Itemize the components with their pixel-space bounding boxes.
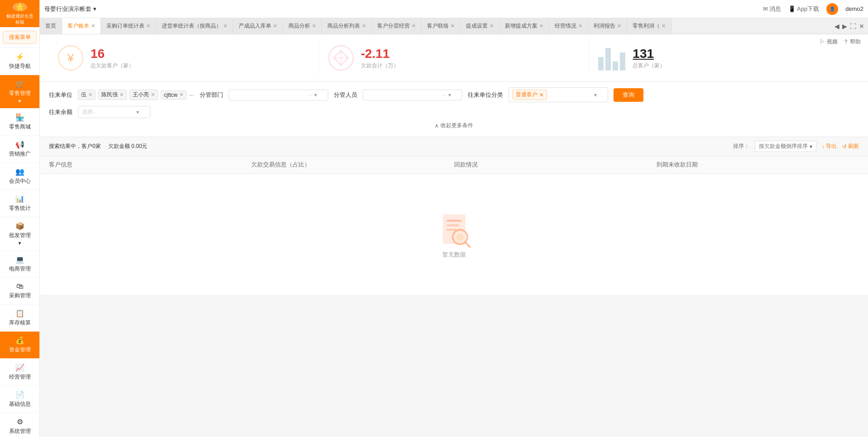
sidebar-item-operations[interactable]: 📈 经营管理: [0, 359, 39, 386]
total-card-data: 131 总客户（家）: [633, 47, 665, 70]
tabbar: 首页 客户账本 ✕ 采购订单统计表 ✕ 进货单统计表（按商品） ✕ 产成品入库单…: [40, 18, 868, 34]
tab-home[interactable]: 首页: [40, 18, 62, 34]
empty-illustration: [434, 210, 475, 251]
tab-customer-segment-close-icon[interactable]: ✕: [412, 23, 416, 29]
sidebar-item-retail-store[interactable]: 🏪 零售商城: [0, 109, 39, 136]
sidebar-item-inventory[interactable]: 📋 库存核算: [0, 304, 39, 332]
tab-product-inbound-label: 产成品入库单: [239, 22, 271, 30]
person-clear-icon[interactable]: ···: [442, 92, 446, 98]
tab-close-all-icon[interactable]: ✕: [859, 23, 864, 30]
refresh-button[interactable]: ↺ 刷新: [842, 142, 859, 150]
unit-tags-more[interactable]: ···: [189, 91, 194, 98]
tab-profit-report-label: 利润报告: [594, 22, 615, 30]
tab-retail-profit-close-icon[interactable]: ✕: [662, 23, 666, 29]
sidebar-item-system[interactable]: ⚙ 系统管理: [0, 413, 39, 437]
tab-scroll-left-icon[interactable]: ◀: [834, 23, 839, 30]
unit-tag-4[interactable]: cjttcw ✕: [161, 90, 187, 100]
account-name: 母婴行业演示帐套: [44, 5, 91, 13]
tab-goods-analysis-close-icon[interactable]: ✕: [312, 23, 316, 29]
tab-promotion-settings[interactable]: 提成设置 ✕: [460, 18, 499, 34]
tab-customer-segment[interactable]: 客户分层经营 ✕: [372, 18, 422, 34]
export-button[interactable]: ↓ 导出: [822, 142, 837, 150]
tab-new-promotion[interactable]: 新增提成方案 ✕: [499, 18, 549, 34]
logo-text: 畅捷通好生意 标版: [6, 13, 34, 25]
sidebar-item-marketing[interactable]: 📢 营销推广: [0, 136, 39, 163]
unit-tag-1-close-icon[interactable]: ✕: [88, 92, 92, 98]
customers-value: 16: [91, 47, 134, 61]
tab-customer-contact[interactable]: 客户联络 ✕: [422, 18, 460, 34]
tab-product-inbound[interactable]: 产成品入库单 ✕: [233, 18, 283, 34]
unit-type-tag-close-icon[interactable]: ✕: [539, 92, 544, 98]
tab-goods-analysis-list-close-icon[interactable]: ✕: [362, 23, 366, 29]
tab-maximize-icon[interactable]: ⛶: [850, 23, 856, 30]
dept-dropdown-icon[interactable]: ▾: [314, 92, 317, 98]
topbar: 母婴行业演示帐套 ▾ ✉ 消息 📱 App下载 👤 demo2: [40, 0, 868, 18]
sidebar-item-quick-nav[interactable]: ⚡ 快捷导航: [0, 48, 39, 75]
account-selector[interactable]: 母婴行业演示帐套 ▾: [44, 5, 96, 13]
tab-accounts[interactable]: 客户账本 ✕: [62, 18, 101, 34]
dept-filter-label: 分管部门: [200, 91, 223, 99]
tab-operations[interactable]: 经营情况 ✕: [549, 18, 588, 34]
unit-type-dropdown-icon[interactable]: ▾: [594, 92, 597, 98]
tab-product-inbound-close-icon[interactable]: ✕: [273, 23, 277, 29]
retail-stats-icon: 📊: [15, 195, 24, 203]
sidebar-item-basic-info[interactable]: 📄 基础信息: [0, 386, 39, 413]
collapse-button[interactable]: ∧ 收起更多条件: [49, 122, 859, 129]
sidebar-item-finance[interactable]: 💰 资金管理: [0, 332, 39, 359]
sidebar-item-retail-stats[interactable]: 📊 零售统计: [0, 190, 39, 217]
sidebar-item-ecommerce[interactable]: 💻 电商管理: [0, 251, 39, 278]
total-label: 总客户（家）: [633, 62, 665, 70]
amount-value: -2.11: [361, 47, 399, 61]
user-avatar[interactable]: 👤: [826, 3, 838, 15]
person-dropdown-icon[interactable]: ▾: [448, 92, 451, 98]
person-select[interactable]: ··· ▾: [363, 90, 462, 100]
sort-value: 按欠款金额倒序排序: [759, 142, 808, 150]
dept-select[interactable]: ··· ▾: [229, 90, 328, 100]
tab-profit-report[interactable]: 利润报告 ✕: [588, 18, 627, 34]
tab-purchase-orders[interactable]: 采购订单统计表 ✕: [101, 18, 156, 34]
tab-operations-close-icon[interactable]: ✕: [578, 23, 582, 29]
tab-goods-analysis-list-label: 商品分析列表: [327, 22, 360, 30]
customers-card-data: 16 总欠款客户（家）: [91, 47, 134, 70]
sidebar-item-member[interactable]: 👥 会员中心: [0, 163, 39, 190]
tab-promotion-settings-close-icon[interactable]: ✕: [489, 23, 494, 29]
unit-tag-1[interactable]: 伍 ✕: [78, 90, 96, 100]
query-button[interactable]: 查询: [614, 88, 643, 102]
sidebar-item-wholesale[interactable]: 📦 批发管理 ▼: [0, 217, 39, 251]
unit-tag-3[interactable]: 王小亮 ✕: [129, 90, 158, 100]
topbar-right: ✉ 消息 📱 App下载 👤 demo2: [763, 3, 863, 15]
tab-retail-profit[interactable]: 零售利润（ ✕: [627, 18, 671, 34]
balance-select[interactable]: 选择... ▾: [78, 106, 150, 118]
tab-goods-analysis-list[interactable]: 商品分析列表 ✕: [322, 18, 372, 34]
operations-label: 经营管理: [9, 373, 31, 381]
tab-purchase-orders-close-icon[interactable]: ✕: [146, 23, 150, 29]
tab-new-promotion-close-icon[interactable]: ✕: [539, 23, 543, 29]
sort-select[interactable]: 按欠款金额倒序排序 ▾: [755, 141, 816, 152]
col-payment-status: 回款情况: [454, 161, 657, 169]
unit-tag-2-close-icon[interactable]: ✕: [120, 92, 124, 98]
unit-tag-4-close-icon[interactable]: ✕: [179, 92, 183, 98]
dept-clear-icon[interactable]: ···: [308, 92, 312, 98]
svg-point-9: [456, 233, 464, 241]
tab-accounts-close-icon[interactable]: ✕: [91, 23, 95, 29]
balance-dropdown-icon[interactable]: ▾: [136, 109, 139, 115]
sidebar-item-retail[interactable]: 🛒 零售管理 ▼: [0, 75, 39, 109]
tab-scroll-right-icon[interactable]: ▶: [842, 23, 847, 30]
unit-type-select[interactable]: 普通客户 ✕ ▾: [508, 87, 608, 102]
building-part2: [605, 48, 611, 71]
unit-tag-2[interactable]: 陈民强 ✕: [98, 90, 127, 100]
retail-store-icon: 🏪: [15, 113, 24, 122]
user-name: demo2: [845, 5, 863, 12]
tab-profit-report-close-icon[interactable]: ✕: [617, 23, 621, 29]
message-button[interactable]: ✉ 消息: [763, 5, 781, 13]
tab-customer-contact-close-icon[interactable]: ✕: [451, 23, 455, 29]
tab-goods-analysis[interactable]: 商品分析 ✕: [283, 18, 322, 34]
app-download-button[interactable]: 📱 App下载: [788, 5, 819, 13]
unit-tag-3-close-icon[interactable]: ✕: [151, 92, 155, 98]
tab-inbound-stats[interactable]: 进货单统计表（按商品） ✕: [156, 18, 233, 34]
account-dropdown-icon: ▾: [93, 5, 96, 12]
sidebar-item-purchase[interactable]: 🛍 采购管理: [0, 278, 39, 304]
tab-inbound-stats-close-icon[interactable]: ✕: [223, 23, 227, 29]
search-menu-button[interactable]: 搜索菜单: [3, 31, 37, 44]
filter-area: 往来单位 伍 ✕ 陈民强 ✕ 王小亮 ✕ cjttcw: [40, 82, 868, 137]
